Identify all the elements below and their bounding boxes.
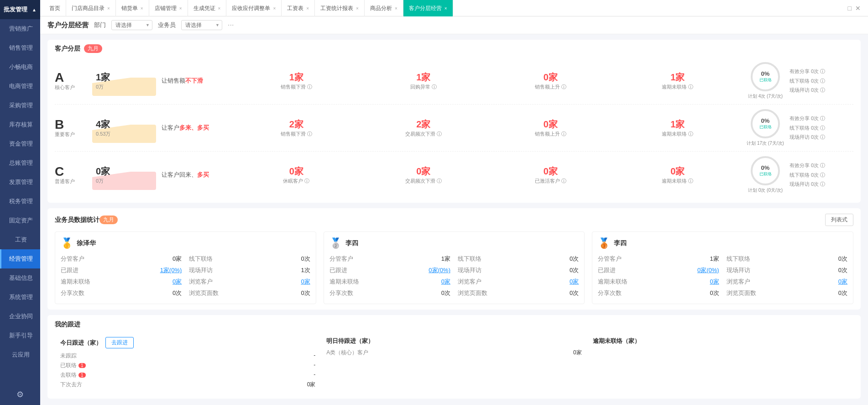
staff-key-2-left-0: 分管客户	[598, 255, 622, 263]
tier-stat-num-2-2[interactable]: 0家	[487, 165, 614, 178]
toolbar-more[interactable]: ···	[228, 21, 234, 29]
tab-2[interactable]: 销货单×	[116, 0, 149, 16]
followup-cards: 今日跟进（家）去跟进 未跟踪 - 已联络1 - 去联络1 - 下次去方 0家 明…	[55, 333, 853, 393]
staff-select[interactable]: 请选择	[181, 20, 222, 30]
sidebar-item-0[interactable]: 营销推广	[0, 19, 40, 38]
sidebar-item-8[interactable]: 发票管理	[0, 173, 40, 192]
staff-val-1-left-2[interactable]: 0家	[441, 278, 450, 286]
tab-close-4[interactable]: ×	[218, 6, 221, 11]
tab-close-5[interactable]: ×	[273, 6, 276, 11]
tier-label-2: C 普通客户	[55, 165, 87, 185]
tier-stat-num-2-3[interactable]: 0家	[614, 165, 742, 178]
staff-key-0-right-2: 浏览客户	[189, 278, 213, 286]
staff-val-0-left-0: 0家	[173, 255, 182, 263]
tab-close-8[interactable]: ×	[395, 6, 397, 11]
goto-button-0[interactable]: 去跟进	[105, 337, 134, 348]
tab-close-3[interactable]: ×	[179, 6, 182, 11]
tier-contact-1: 0% 已联络 计划 17次 (7天/次)	[745, 109, 786, 147]
sidebar-item-6[interactable]: 资金管理	[0, 134, 40, 153]
staff-val-2-left-2[interactable]: 0家	[710, 278, 719, 286]
tier-count-block-2: 0家 0万	[92, 163, 156, 186]
sidebar-item-7[interactable]: 总账管理	[0, 153, 40, 173]
followup-card-0: 今日跟进（家）去跟进 未跟踪 - 已联络1 - 去联络1 - 下次去方 0家	[55, 333, 321, 393]
tab-close-6[interactable]: ×	[306, 6, 309, 11]
biz-section-badge: 九月	[99, 216, 118, 224]
tab-6[interactable]: 工资表×	[282, 0, 315, 16]
staff-val-0-left-1[interactable]: 1家(0%)	[160, 266, 182, 274]
staff-val-0-right-2[interactable]: 0家	[301, 278, 310, 286]
staff-row-left-1-3: 分享次数 0次	[329, 288, 450, 298]
sidebar-header[interactable]: 批发管理 ▲	[0, 0, 40, 19]
sidebar-item-13[interactable]: 基础信息	[0, 268, 40, 288]
tier-count-num-1: 4家	[96, 118, 152, 131]
tab-9[interactable]: 客户分层经营×	[403, 0, 453, 16]
tab-1[interactable]: 门店商品目录×	[66, 0, 116, 16]
tier-section-title: 客户分层	[55, 45, 80, 53]
tier-stat-num-0-2[interactable]: 0家	[487, 71, 614, 84]
contact-circle-1: 0% 已联络	[751, 109, 780, 138]
staff-label: 业务员	[158, 21, 176, 29]
sidebar-item-12[interactable]: 经营管理	[0, 249, 40, 268]
followup-section: 我的跟进 今日跟进（家）去跟进 未跟踪 - 已联络1 - 去联络1 - 下次去方…	[47, 315, 861, 399]
sidebar-item-15[interactable]: 企业协同	[0, 307, 40, 326]
sidebar-item-11[interactable]: 工资	[0, 230, 40, 249]
tier-stat-num-0-3[interactable]: 1家	[614, 71, 742, 84]
sidebar-item-3[interactable]: 电商管理	[0, 77, 40, 96]
tab-close-9[interactable]: ×	[444, 6, 447, 11]
contact-status-0: 已联络	[759, 77, 772, 83]
tab-close-1[interactable]: ×	[107, 6, 110, 11]
tier-stat-num-1-2[interactable]: 0家	[487, 118, 614, 131]
customer-tier-section: 客户分层 九月 A 核心客户 1家 0万 让销售额不下滑 1家 销售额下滑 ⓘ …	[47, 40, 861, 203]
sidebar-item-14[interactable]: 系统管理	[0, 288, 40, 307]
staff-val-2-right-1: 0次	[838, 266, 847, 274]
tier-stat-0-3: 1家 逾期未联络 ⓘ	[614, 71, 742, 90]
sidebar-item-5[interactable]: 库存核算	[0, 115, 40, 134]
dept-select[interactable]: 请选择	[111, 20, 152, 30]
followup-row-key-0-0: 未跟踪	[60, 352, 77, 360]
staff-row-right-2-2: 浏览客户 0家	[727, 277, 847, 287]
staff-val-1-right-2[interactable]: 0家	[570, 278, 579, 286]
sidebar-item-9[interactable]: 税务管理	[0, 192, 40, 211]
sidebar-collapse-icon[interactable]: ▲	[32, 7, 37, 12]
staff-row-right-0-0: 线下联络 0次	[189, 254, 310, 264]
staff-val-0-left-2[interactable]: 0家	[173, 278, 182, 286]
staff-val-2-right-2[interactable]: 0家	[838, 278, 847, 286]
sidebar-item-10[interactable]: 固定资产	[0, 211, 40, 230]
tier-stat-num-1-1[interactable]: 2家	[360, 118, 487, 131]
tier-stat-num-0-0[interactable]: 1家	[233, 71, 360, 84]
staff-row-left-2-1: 已跟进 0家(0%)	[598, 265, 719, 275]
tier-stat-num-2-1[interactable]: 0家	[360, 165, 487, 178]
sidebar-item-17[interactable]: 云应用	[0, 345, 40, 364]
list-view-button[interactable]: 列表式	[825, 214, 853, 226]
tier-stat-num-1-3[interactable]: 1家	[614, 118, 742, 131]
tab-4[interactable]: 生成凭证×	[188, 0, 227, 16]
tier-stat-num-0-1[interactable]: 1家	[360, 71, 487, 84]
staff-val-1-left-1[interactable]: 0家(0%)	[429, 266, 450, 274]
tab-3[interactable]: 店铺管理×	[149, 0, 188, 16]
sidebar: 批发管理 ▲ 营销推广销售管理小畅电商电商管理采购管理库存核算资金管理总账管理发…	[0, 0, 40, 405]
staff-key-0-right-0: 线下联络	[189, 255, 213, 263]
tab-7[interactable]: 工资统计报表×	[315, 0, 365, 16]
tier-count-sub-2: 0万	[96, 178, 152, 184]
tab-8[interactable]: 商品分析×	[365, 0, 403, 16]
staff-val-2-left-1[interactable]: 0家(0%)	[697, 266, 719, 274]
tier-stat-1-0: 2家 销售额下滑 ⓘ	[233, 118, 360, 137]
tab-action-restore[interactable]: □	[848, 5, 852, 12]
sidebar-item-2[interactable]: 小畅电商	[0, 58, 40, 77]
tab-5[interactable]: 应收应付调整单×	[226, 0, 282, 16]
staff-key-2-left-3: 分享次数	[598, 289, 622, 297]
tab-action-close[interactable]: ✕	[855, 5, 861, 12]
tier-stat-label-2-3: 逾期未联络 ⓘ	[614, 178, 742, 184]
tier-stat-num-2-0[interactable]: 0家	[233, 165, 360, 178]
sidebar-gear[interactable]: ⚙	[0, 384, 40, 405]
followup-row-0-1: 已联络1 -	[60, 361, 315, 370]
staff-row-right-0-2: 浏览客户 0家	[189, 277, 310, 287]
tier-stat-num-1-0[interactable]: 2家	[233, 118, 360, 131]
tab-close-7[interactable]: ×	[356, 6, 359, 11]
sidebar-item-1[interactable]: 销售管理	[0, 38, 40, 58]
sidebar-item-16[interactable]: 新手引导	[0, 326, 40, 345]
tab-0[interactable]: 首页	[44, 0, 66, 16]
tab-close-2[interactable]: ×	[141, 6, 143, 11]
staff-row-left-2-3: 分享次数 0次	[598, 288, 719, 298]
sidebar-item-4[interactable]: 采购管理	[0, 96, 40, 115]
